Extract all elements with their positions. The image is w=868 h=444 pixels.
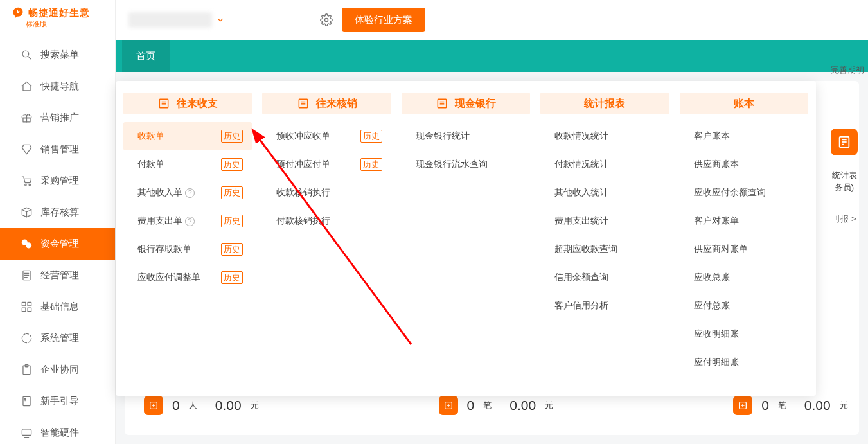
svg-point-5 (25, 184, 26, 186)
mega-item-0-4[interactable]: 银行存取款单历史 (123, 235, 252, 263)
sidebar-item-label: 企业协同 (40, 364, 79, 376)
sidebar-item-0[interactable]: 搜索菜单 (0, 39, 115, 71)
mega-item-3-1[interactable]: 付款情况统计 (540, 150, 669, 179)
stat-currency: 元 (251, 400, 259, 411)
mega-item-3-2[interactable]: 其他收入统计 (540, 179, 669, 207)
sidebar-item-label: 采购管理 (40, 175, 79, 187)
stat-count: 0 (172, 398, 180, 413)
float-report-icon[interactable] (831, 129, 858, 155)
history-tag[interactable]: 历史 (221, 215, 243, 227)
tab-home[interactable]: 首页 (122, 40, 170, 72)
mega-item-3-3[interactable]: 费用支出统计 (540, 207, 669, 235)
sidebar-item-12[interactable]: 智能硬件 (0, 417, 115, 444)
org-name-redacted (128, 12, 212, 28)
mega-item-4-1[interactable]: 供应商账本 (680, 150, 808, 179)
mega-item-4-5[interactable]: 应收总账 (680, 263, 808, 292)
mega-item-4-0[interactable]: 客户账本 (680, 122, 808, 150)
right-note-top[interactable]: 完善期初 (831, 64, 864, 76)
sidebar-item-label: 经营管理 (40, 269, 79, 281)
sidebar-item-label: 营销推广 (40, 112, 79, 124)
history-tag[interactable]: 历史 (360, 158, 382, 171)
mega-item-3-6[interactable]: 客户信用分析 (540, 292, 669, 320)
stat-block-2: 0笔0.00元 (733, 396, 848, 415)
brand-logo-icon (12, 5, 24, 21)
sidebar-item-label: 销售管理 (40, 143, 79, 155)
history-tag[interactable]: 历史 (221, 243, 243, 256)
stat-unit: 笔 (483, 400, 492, 411)
mega-item-1-1[interactable]: 预付冲应付单历史 (262, 150, 391, 179)
history-tag[interactable]: 历史 (221, 130, 243, 143)
mega-item-4-4[interactable]: 供应商对账单 (680, 235, 808, 263)
right-stat-line2: 务员) (835, 182, 854, 194)
sidebar-item-6[interactable]: ¥资金管理 (0, 228, 115, 260)
mega-item-0-0[interactable]: 收款单历史 (123, 122, 252, 150)
sidebar-item-label: 系统管理 (40, 332, 79, 344)
mega-col-header: 现金银行 (402, 93, 530, 114)
svg-point-24 (24, 398, 26, 400)
funds-megamenu: 往来收支收款单历史付款单历史其他收入单?历史费用支出单?历史银行存取款单历史应收… (116, 81, 816, 396)
mega-item-0-2[interactable]: 其他收入单?历史 (123, 179, 252, 207)
stats-row: 0人0.00元0笔0.00元0笔0.00元 (144, 396, 840, 415)
stat-icon (144, 396, 163, 415)
sidebar-item-2[interactable]: 营销推广 (0, 102, 115, 134)
history-tag[interactable]: 历史 (221, 158, 243, 171)
mega-item-1-0[interactable]: 预收冲应收单历史 (262, 122, 391, 150)
stat-currency: 元 (545, 400, 553, 411)
svg-rect-17 (22, 308, 26, 312)
mega-item-4-2[interactable]: 应收应付余额查询 (680, 179, 808, 207)
mega-item-0-1[interactable]: 付款单历史 (123, 150, 252, 179)
sidebar-item-label: 搜索菜单 (40, 49, 79, 61)
sidebar-item-11[interactable]: 新手引导 (0, 386, 115, 417)
stat-count: 0 (761, 398, 769, 413)
experience-plan-button[interactable]: 体验行业方案 (342, 8, 425, 32)
right-weekly-link[interactable]: 刂报 > (832, 213, 856, 225)
stat-block-1: 0笔0.00元 (439, 396, 554, 415)
settings-gear-icon[interactable] (320, 13, 333, 26)
topbar: 体验行业方案 (116, 0, 868, 40)
right-float-panel: 统计表 务员) 刂报 > (824, 129, 864, 225)
tab-strip: 首页 (116, 40, 868, 72)
svg-rect-16 (28, 302, 31, 306)
mega-col-1: 往来核销预收冲应收单历史预付冲应付单历史收款核销执行付款核销执行 (258, 93, 394, 396)
mega-item-2-0[interactable]: 现金银行统计 (402, 122, 530, 150)
org-selector[interactable] (128, 12, 308, 28)
sidebar-item-9[interactable]: 系统管理 (0, 323, 115, 354)
mega-item-0-5[interactable]: 应收应付调整单历史 (123, 263, 252, 292)
mega-item-1-2[interactable]: 收款核销执行 (262, 179, 391, 207)
sidebar-item-8[interactable]: 基础信息 (0, 291, 115, 323)
history-tag[interactable]: 历史 (360, 130, 382, 143)
sidebar-item-label: 库存核算 (40, 206, 79, 218)
mega-item-0-3[interactable]: 费用支出单?历史 (123, 207, 252, 235)
svg-point-27 (325, 19, 328, 22)
sidebar-item-10[interactable]: 企业协同 (0, 354, 115, 386)
help-icon[interactable]: ? (185, 188, 195, 198)
mega-item-3-4[interactable]: 超期应收款查询 (540, 235, 669, 263)
mega-item-3-0[interactable]: 收款情况统计 (540, 122, 669, 150)
svg-point-9 (26, 243, 31, 248)
stat-money: 0.00 (215, 398, 242, 413)
sidebar-item-5[interactable]: 库存核算 (0, 197, 115, 228)
mega-item-4-8[interactable]: 应付明细账 (680, 348, 808, 377)
mega-item-4-7[interactable]: 应收明细账 (680, 320, 808, 348)
sidebar-item-3[interactable]: 销售管理 (0, 134, 115, 165)
sidebar-item-4[interactable]: 采购管理 (0, 165, 115, 197)
history-tag[interactable]: 历史 (221, 186, 243, 199)
svg-rect-22 (23, 396, 30, 405)
brand-tag: 标准版 (26, 19, 109, 29)
mega-item-1-3[interactable]: 付款核销执行 (262, 207, 391, 235)
brand-title: 畅捷通好生意 (28, 7, 90, 19)
mega-item-4-3[interactable]: 客户对账单 (680, 207, 808, 235)
sidebar-item-1[interactable]: 快捷导航 (0, 71, 115, 102)
sidebar-item-label: 基础信息 (40, 301, 79, 313)
mega-col-header: 统计报表 (540, 93, 669, 114)
mega-item-4-6[interactable]: 应付总账 (680, 292, 808, 320)
mega-col-header: 账本 (680, 93, 808, 114)
logo-area: 畅捷通好生意 标准版 (0, 0, 115, 35)
mega-item-2-1[interactable]: 现金银行流水查询 (402, 150, 530, 179)
svg-point-6 (29, 184, 30, 186)
sidebar-item-7[interactable]: 经营管理 (0, 260, 115, 291)
history-tag[interactable]: 历史 (221, 271, 243, 284)
mega-item-3-5[interactable]: 信用余额查询 (540, 263, 669, 292)
help-icon[interactable]: ? (185, 217, 195, 226)
mega-col-header: 往来收支 (123, 93, 252, 114)
